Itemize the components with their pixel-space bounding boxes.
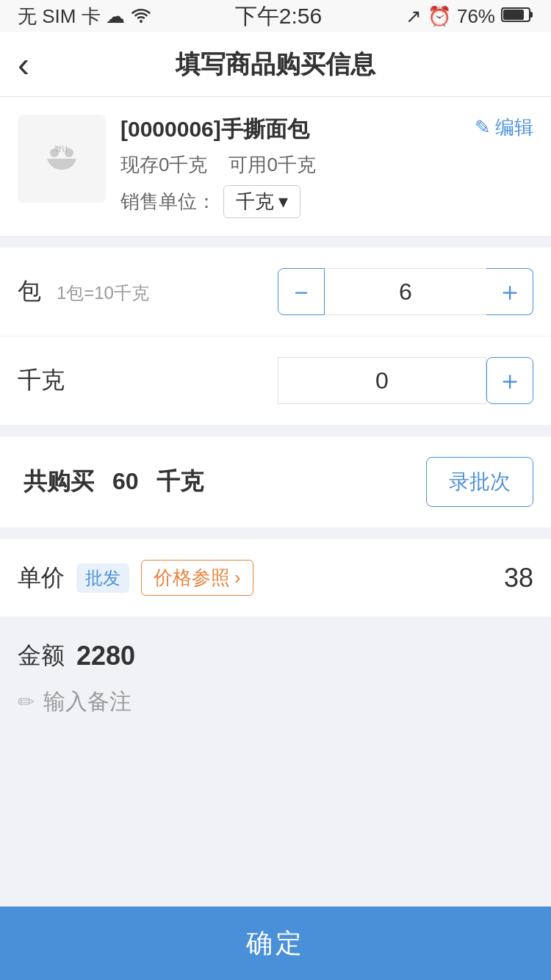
page-title: 填写商品购买信息	[176, 48, 375, 82]
kilogram-label: 千克	[18, 364, 278, 397]
edit-icon: ✎	[475, 116, 491, 139]
svg-rect-2	[503, 10, 524, 20]
chevron-right-icon: ›	[234, 566, 241, 589]
pencil-icon: ✏	[18, 690, 35, 714]
package-qty-controls: － ＋	[278, 268, 533, 315]
battery-icon	[501, 5, 533, 28]
unit-select[interactable]: 千克 ▾	[223, 185, 300, 218]
amount-section: 金额 2280 ✏ 输入备注	[0, 619, 551, 732]
nav-bar: ‹ 填写商品购买信息	[0, 32, 551, 97]
wifi-icon	[131, 5, 151, 28]
summary-row: 共购买 60 千克 录批次	[0, 436, 551, 527]
product-card: 智计 [0000006]手撕面包 现存0千克 可用0千克 销售单位： 千克 ▾ …	[0, 97, 551, 236]
alarm-icon: ⏰	[428, 5, 451, 28]
product-thumbnail: 智计	[18, 115, 106, 203]
back-button[interactable]: ‹	[18, 44, 29, 84]
back-icon: ‹	[18, 44, 29, 84]
price-left: 单价 批发 价格参照 ›	[18, 560, 253, 596]
kilogram-qty-input[interactable]	[278, 357, 486, 404]
kilogram-qty-row: 千克 ＋	[0, 336, 551, 425]
kilogram-qty-controls: ＋	[278, 357, 533, 404]
quantity-section: 包 1包=10千克 － ＋ 千克 ＋	[0, 248, 551, 425]
amount-label: 金额	[18, 640, 65, 672]
package-label: 包 1包=10千克	[18, 275, 278, 308]
product-info: [0000006]手撕面包 现存0千克 可用0千克 销售单位： 千克 ▾	[120, 115, 533, 218]
status-left: 无 SIM 卡 ☁	[18, 4, 151, 29]
product-stock: 现存0千克 可用0千克	[120, 152, 533, 178]
minus-icon: －	[288, 274, 314, 310]
svg-rect-1	[530, 12, 533, 18]
package-decrement-button[interactable]: －	[278, 268, 325, 315]
package-qty-row: 包 1包=10千克 － ＋	[0, 248, 551, 336]
package-increment-button[interactable]: ＋	[486, 268, 533, 315]
amount-row: 金额 2280	[18, 640, 533, 672]
product-unit-row: 销售单位： 千克 ▾	[120, 185, 533, 218]
confirm-label: 确定	[246, 926, 305, 962]
price-type-tag: 批发	[76, 563, 129, 593]
price-ref-button[interactable]: 价格参照 ›	[141, 560, 253, 596]
status-bar: 无 SIM 卡 ☁ 下午2:56 ↗ ⏰ 76%	[0, 0, 551, 32]
kilogram-increment-button[interactable]: ＋	[486, 357, 533, 404]
sim-status: 无 SIM 卡 ☁	[18, 4, 125, 29]
edit-button[interactable]: ✎ 编辑	[475, 115, 533, 140]
remark-row[interactable]: ✏ 输入备注	[18, 687, 533, 732]
status-time: 下午2:56	[235, 1, 322, 32]
summary-text: 共购买 60 千克	[18, 466, 209, 498]
price-row: 单价 批发 价格参照 › 38	[18, 560, 533, 596]
dropdown-arrow-icon: ▾	[278, 190, 288, 213]
package-qty-input[interactable]	[325, 268, 486, 315]
product-name: [0000006]手撕面包	[120, 115, 533, 145]
price-label: 单价	[18, 562, 65, 594]
price-section: 单价 批发 价格参照 › 38	[0, 539, 551, 616]
svg-text:智计: 智计	[54, 145, 69, 153]
location-icon: ↗	[406, 5, 422, 28]
plus-icon: ＋	[497, 274, 523, 310]
price-value: 38	[504, 563, 533, 594]
confirm-bar[interactable]: 确定	[0, 907, 551, 980]
remark-placeholder: 输入备注	[43, 687, 132, 717]
kilogram-plus-icon: ＋	[497, 363, 523, 399]
package-hint: 1包=10千克	[57, 283, 149, 303]
status-right: ↗ ⏰ 76%	[406, 5, 533, 28]
amount-value: 2280	[76, 641, 135, 671]
battery-percent: 76%	[457, 5, 495, 28]
batch-button[interactable]: 录批次	[426, 457, 533, 507]
